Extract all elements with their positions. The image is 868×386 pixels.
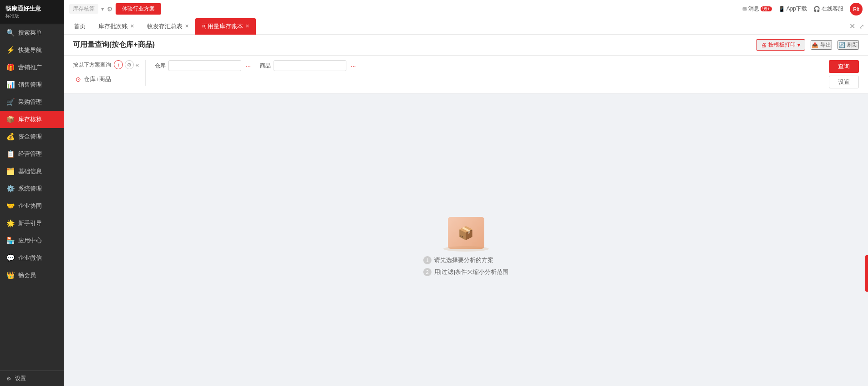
- export-button[interactable]: 📤 导出: [811, 40, 832, 50]
- tab-summary[interactable]: 收发存汇总表 ✕: [141, 18, 195, 35]
- sidebar-label-corp: 企业协同: [18, 202, 42, 210]
- scheme-item-icon: ⊙: [76, 76, 81, 83]
- refresh-button[interactable]: 🔄 刷新: [838, 40, 859, 50]
- tab-summary-label: 收发存汇总表: [147, 22, 183, 31]
- shortcut-icon: ⚡: [6, 46, 15, 54]
- sidebar-item-operation[interactable]: 📋 经营管理: [0, 145, 64, 163]
- hint-text-1: 请先选择要分析的方案: [434, 256, 493, 264]
- query-button[interactable]: 查询: [829, 60, 859, 73]
- goods-more-button[interactable]: ···: [349, 62, 358, 69]
- sidebar-item-finance[interactable]: 💰 资金管理: [0, 128, 64, 145]
- sidebar-item-appstore[interactable]: 🏪 应用中心: [0, 232, 64, 249]
- hint-num-1: 1: [423, 256, 431, 264]
- refresh-icon: 🔄: [838, 42, 845, 48]
- sidebar-label-finance: 资金管理: [18, 133, 42, 141]
- right-edge-indicator: [865, 255, 868, 292]
- tab-home[interactable]: 首页: [67, 18, 92, 35]
- filter-area: 按以下方案查询 + ⚙ « ⊙ 仓库+商品 仓库 ···: [64, 56, 868, 93]
- inventory-icon: 📦: [6, 115, 15, 124]
- hint-num-2: 2: [423, 268, 431, 276]
- sidebar-item-basic[interactable]: 🗂️ 基础信息: [0, 163, 64, 180]
- tab-batch-close-icon[interactable]: ✕: [130, 23, 134, 29]
- goods-label: 商品: [260, 62, 271, 70]
- goods-filter-field: 商品 ···: [260, 60, 358, 71]
- warehouse-input[interactable]: [168, 60, 241, 71]
- settings-icon: ⚙: [6, 376, 11, 382]
- tab-available-qty[interactable]: 可用量库存账本 ✕: [195, 18, 256, 35]
- sidebar-item-corp[interactable]: 🤝 企业协同: [0, 197, 64, 215]
- settings-button[interactable]: 设置: [829, 76, 859, 88]
- sidebar-logo: 畅康通好生意 标准版: [0, 0, 64, 24]
- scheme-item-warehouse-goods[interactable]: ⊙ 仓库+商品: [73, 73, 140, 86]
- sidebar-item-wechat[interactable]: 💬 企业微信: [0, 249, 64, 267]
- header-gear-icon[interactable]: ⚙: [107, 5, 113, 13]
- sidebar-nav: 🔍 搜索菜单 ⚡ 快捷导航 🎁 营销推广 📊 销售管理 🛒 采购管理 📦 库存核…: [0, 24, 64, 371]
- purchase-icon: 🛒: [6, 98, 15, 106]
- tab-available-label: 可用量库存账本: [202, 22, 243, 31]
- sidebar-label-wechat: 企业微信: [18, 254, 42, 262]
- tab-summary-close-icon[interactable]: ✕: [185, 23, 189, 29]
- sidebar: 畅康通好生意 标准版 🔍 搜索菜单 ⚡ 快捷导航 🎁 营销推广 📊 销售管理 🛒…: [0, 0, 64, 386]
- sidebar-item-newbie[interactable]: 🌟 新手引导: [0, 215, 64, 232]
- close-all-tabs-icon[interactable]: ✕: [849, 22, 855, 31]
- scheme-collapse-icon[interactable]: «: [136, 62, 139, 68]
- headset-icon: 🎧: [813, 6, 820, 12]
- messages-area[interactable]: ✉ 消息 99+: [742, 5, 772, 13]
- scheme-settings-button[interactable]: ⚙: [125, 60, 134, 69]
- sidebar-label-member: 畅会员: [18, 271, 36, 279]
- operation-icon: 📋: [6, 150, 15, 158]
- app-download-link[interactable]: 📱 App下载: [778, 5, 807, 13]
- empty-illustration: 📦: [439, 203, 493, 249]
- sidebar-bottom[interactable]: ⚙ 设置: [0, 371, 64, 386]
- hint-item-1: 1 请先选择要分析的方案: [423, 256, 493, 264]
- page-title-bar: 可用量查询(按仓库+商品) 🖨 按模板打印 ▾ 📤 导出 🔄 刷新: [64, 35, 868, 56]
- scheme-item-label: 仓库+商品: [84, 75, 111, 83]
- query-actions: 查询 设置: [829, 60, 859, 88]
- sidebar-item-system[interactable]: ⚙️ 系统管理: [0, 180, 64, 197]
- hint-item-2: 2 用[过滤]条件来缩小分析范围: [423, 268, 508, 276]
- scheme-header: 按以下方案查询 + ⚙ «: [73, 60, 140, 69]
- app-subtitle: 标准版: [5, 13, 58, 19]
- member-icon: 👑: [6, 271, 15, 279]
- scheme-actions: + ⚙ «: [114, 60, 139, 69]
- tabs-actions: ✕ ⤢: [849, 22, 864, 31]
- sidebar-label-sales: 销售管理: [18, 81, 42, 89]
- sidebar-label-system: 系统管理: [18, 185, 42, 193]
- print-button[interactable]: 🖨 按模板打印 ▾: [756, 39, 805, 51]
- app-download-label: App下载: [787, 5, 807, 13]
- content-area: 📦 1 请先选择要分析的方案 2 用[过滤]条件来缩小分析范围: [64, 93, 868, 386]
- filter-fields: 仓库 ··· 商品 ···: [146, 60, 823, 71]
- sidebar-item-sales[interactable]: 📊 销售管理: [0, 76, 64, 93]
- newbie-icon: 🌟: [6, 219, 15, 227]
- sidebar-item-purchase[interactable]: 🛒 采购管理: [0, 93, 64, 111]
- online-service-link[interactable]: 🎧 在线客服: [813, 5, 843, 13]
- message-badge: 99+: [761, 6, 772, 11]
- sidebar-item-shortcut[interactable]: ⚡ 快捷导航: [0, 41, 64, 59]
- sidebar-item-marketing[interactable]: 🎁 营销推广: [0, 59, 64, 76]
- export-label: 导出: [820, 41, 831, 49]
- empty-hint: 1 请先选择要分析的方案 2 用[过滤]条件来缩小分析范围: [423, 256, 508, 276]
- tab-batch-account[interactable]: 库存批次账 ✕: [92, 18, 141, 35]
- sidebar-label-search: 搜索菜单: [18, 29, 42, 37]
- scheme-add-button[interactable]: +: [114, 60, 123, 69]
- header-right: ✉ 消息 99+ 📱 App下载 🎧 在线客服 Rit: [742, 3, 863, 15]
- print-dropdown-icon[interactable]: ▾: [797, 42, 800, 48]
- tab-available-close-icon[interactable]: ✕: [245, 23, 249, 29]
- print-icon: 🖨: [761, 42, 766, 48]
- sidebar-item-search[interactable]: 🔍 搜索菜单: [0, 24, 64, 41]
- trial-button[interactable]: 体验行业方案: [116, 3, 161, 15]
- sidebar-item-inventory[interactable]: 📦 库存核算: [0, 111, 64, 128]
- marketing-icon: 🎁: [6, 63, 15, 72]
- sidebar-item-member[interactable]: 👑 畅会员: [0, 267, 64, 284]
- export-icon: 📤: [812, 42, 818, 48]
- breadcrumb-dropdown-icon[interactable]: ▾: [101, 5, 104, 12]
- warehouse-more-button[interactable]: ···: [244, 62, 253, 69]
- goods-input[interactable]: [274, 60, 346, 71]
- sidebar-label-operation: 经营管理: [18, 150, 42, 158]
- expand-icon[interactable]: ⤢: [859, 23, 864, 30]
- corp-icon: 🤝: [6, 202, 15, 210]
- page-actions: 🖨 按模板打印 ▾ 📤 导出 🔄 刷新: [756, 39, 859, 51]
- system-icon: ⚙️: [6, 185, 15, 193]
- basic-icon: 🗂️: [6, 167, 15, 175]
- user-avatar[interactable]: Rit: [850, 3, 863, 15]
